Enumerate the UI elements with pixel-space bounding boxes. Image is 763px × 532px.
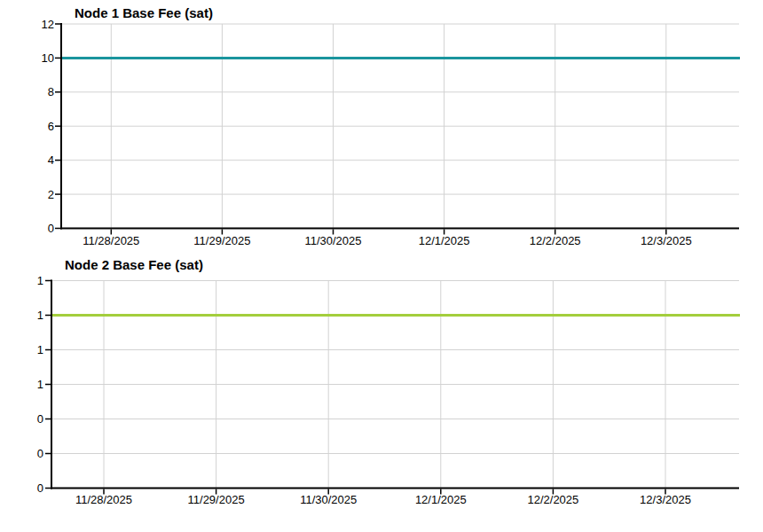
x-tick-label: 12/3/2025 [640,493,691,506]
x-tick-label: 11/28/2025 [75,493,132,506]
chart1-title: Node 1 Base Fee (sat) [75,5,213,20]
y-tick-label: 8 [48,85,54,98]
x-tick-label: 11/30/2025 [300,493,357,506]
y-tick-label: 0 [37,447,43,460]
fee-dashboard: Node 1 Base Fee (sat) 12108642011/28/202… [0,0,763,532]
y-tick-label: 2 [48,188,54,201]
y-tick-label: 6 [48,120,54,133]
y-tick-label: 1 [37,343,43,356]
y-tick-label: 0 [37,412,43,426]
chart-node1-base-fee: Node 1 Base Fee (sat) 12108642011/28/202… [42,5,740,247]
y-tick-label: 1 [37,309,43,322]
y-tick-label: 1 [37,378,43,391]
x-tick-label: 12/2/2025 [527,493,578,506]
y-tick-label: 0 [37,481,43,495]
chart1-plot-area: 12108642011/28/202511/29/202511/30/20251… [42,18,740,248]
y-tick-label: 0 [48,222,54,235]
charts-canvas: Node 1 Base Fee (sat) 12108642011/28/202… [0,0,763,532]
chart2-plot-area: 111100011/28/202511/29/202511/30/202512/… [37,274,740,506]
y-tick-label: 12 [42,18,54,31]
x-tick-label: 12/2/2025 [530,234,581,247]
chart-node2-base-fee: Node 2 Base Fee (sat) 111100011/28/20251… [37,257,740,506]
y-tick-label: 4 [48,153,54,167]
y-tick-label: 10 [42,51,54,65]
x-tick-label: 11/28/2025 [83,234,139,247]
x-tick-label: 12/1/2025 [419,234,470,247]
x-tick-label: 11/30/2025 [304,234,361,247]
y-tick-label: 1 [37,274,43,287]
x-tick-label: 12/1/2025 [415,493,467,506]
chart2-title: Node 2 Base Fee (sat) [65,257,203,272]
x-tick-label: 11/29/2025 [188,493,245,506]
x-tick-label: 11/29/2025 [193,234,250,247]
x-tick-label: 12/3/2025 [641,234,692,247]
